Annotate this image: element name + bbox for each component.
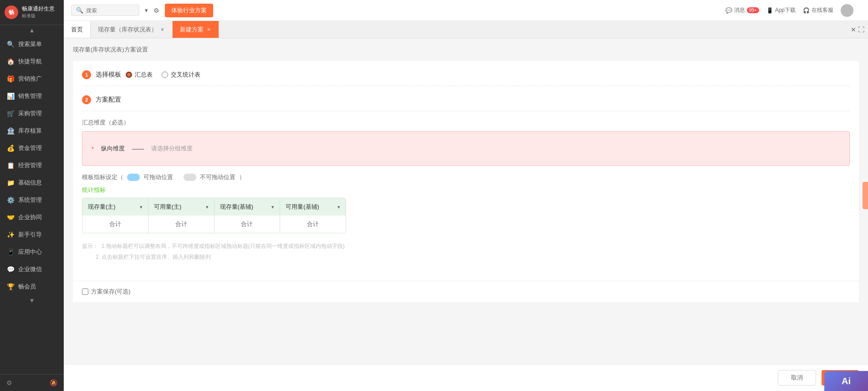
- msg-badge: 99+: [747, 7, 759, 13]
- dimension-box[interactable]: * 纵向维度 —— 请选择分组维度: [82, 131, 850, 166]
- settings-bottom-btn[interactable]: ⚙: [6, 379, 12, 386]
- wechat-icon: 💬: [6, 265, 15, 273]
- dimension-vertical-label: 纵向维度: [101, 144, 125, 153]
- sidebar-scroll-up[interactable]: ▲: [0, 25, 64, 36]
- page-title: 现存量(库存状况表)方案设置: [73, 46, 859, 54]
- sidebar-item-contract[interactable]: 🤝 企业协同: [0, 209, 64, 226]
- main-area: 🔍 ▾ ⚙ 体验行业方案 💬 消息 99+ 📱 App下载 🎧 在线客服: [64, 0, 868, 391]
- radio-cross[interactable]: 交叉统计表: [162, 71, 200, 79]
- topbar-service[interactable]: 🎧 在线客服: [803, 6, 833, 14]
- stats-col-header-2[interactable]: 现存量(基辅) ▾: [214, 198, 281, 216]
- tabbar-window-close-btn[interactable]: ✕: [851, 26, 856, 33]
- step2-badge: 2: [82, 95, 91, 104]
- stats-col-header-0-label: 现存量(主): [88, 203, 116, 211]
- stats-body-col-3: 合计: [280, 216, 346, 233]
- ai-badge[interactable]: Ai: [824, 371, 868, 391]
- search-input[interactable]: [86, 7, 132, 14]
- indicator-settings-suffix: ）: [239, 173, 245, 181]
- app-icon: 📱: [766, 7, 773, 14]
- sidebar-item-wechat[interactable]: 💬 企业微信: [0, 261, 64, 278]
- msg-label: 消息: [734, 6, 745, 14]
- radio-summary[interactable]: 汇总表: [126, 71, 153, 79]
- stats-col-header-3[interactable]: 可用量(基辅) ▾: [280, 198, 346, 216]
- topbar-right: 💬 消息 99+ 📱 App下载 🎧 在线客服: [725, 4, 861, 17]
- trial-button[interactable]: 体验行业方案: [165, 4, 213, 17]
- tab-home[interactable]: 首页: [64, 21, 91, 38]
- indicator-settings-label: 模板指标设定（ 可拖动位置 不可拖动位置 ）: [82, 173, 850, 181]
- service-label: 在线客服: [812, 6, 833, 14]
- stats-col-header-3-dropdown[interactable]: ▾: [337, 204, 340, 210]
- stats-col-header-1-dropdown[interactable]: ▾: [206, 204, 209, 210]
- guide-icon: ✨: [6, 231, 15, 239]
- sidebar-item-finance[interactable]: 💰 资金管理: [0, 139, 64, 157]
- mute-bottom-btn[interactable]: 🔕: [50, 379, 57, 386]
- right-handle[interactable]: [863, 182, 868, 209]
- step1-title: 选择模板: [96, 71, 121, 79]
- sidebar-item-app-center[interactable]: 📱 应用中心: [0, 243, 64, 261]
- tab-home-label: 首页: [71, 26, 83, 34]
- tab-new-scheme-close-btn[interactable]: ×: [206, 26, 211, 33]
- dimension-divider-line: ——: [132, 145, 144, 152]
- topbar-dropdown-btn[interactable]: ▾: [145, 7, 148, 14]
- sidebar-item-system-label: 系统管理: [18, 196, 42, 204]
- tip2: 2. 点击标题栏下拉可设置排序、插入列和删除列: [82, 252, 850, 262]
- sidebar-item-member[interactable]: 🏆 畅会员: [0, 278, 64, 295]
- tab-new-scheme[interactable]: 新建方案 ×: [173, 21, 219, 38]
- stats-col-header-1[interactable]: 可用量(主) ▾: [148, 198, 214, 216]
- sidebar-item-wechat-label: 企业微信: [18, 265, 42, 273]
- topbar-search-box[interactable]: 🔍: [71, 5, 139, 16]
- step1-divider: [82, 86, 850, 86]
- sidebar-item-operation[interactable]: 📋 经营管理: [0, 157, 64, 174]
- topbar-app-download[interactable]: 📱 App下载: [766, 6, 796, 14]
- stats-table-header: 现存量(主) ▾ 可用量(主) ▾ 现存量(基辅) ▾: [82, 198, 346, 216]
- stats-col-header-2-dropdown[interactable]: ▾: [271, 204, 274, 210]
- tab-inventory-close-btn[interactable]: ×: [160, 26, 165, 33]
- tab-inventory-status[interactable]: 现存量（库存状况表） ×: [91, 21, 173, 38]
- operation-icon: 📋: [6, 161, 15, 170]
- stats-col-header-3-label: 可用量(基辅): [286, 203, 319, 211]
- sidebar-logo: 畅 畅康通好生意 标准版: [0, 0, 64, 25]
- finance-icon: 💰: [6, 144, 15, 152]
- stats-col-header-0[interactable]: 现存量(主) ▾: [82, 198, 148, 216]
- sidebar-item-contract-label: 企业协同: [18, 213, 42, 221]
- sidebar-bottom: ⚙ 🔕: [0, 374, 64, 391]
- marketing-icon: 🎁: [6, 75, 15, 83]
- sidebar-item-inventory[interactable]: 🏦 库存核算: [0, 122, 64, 139]
- sidebar-item-marketing[interactable]: 🎁 营销推广: [0, 70, 64, 87]
- action-bar: 取消 查询: [64, 364, 868, 391]
- logo-text: 畅康通好生意: [22, 5, 55, 13]
- sidebar-item-search-menu[interactable]: 🔍 搜索菜单: [0, 36, 64, 53]
- radio-summary-input[interactable]: [126, 72, 132, 78]
- tip1: 提示： 1.拖动标题栏可以调整布局，不可跨维度或指标区域拖动标题(只能在同一维度…: [82, 241, 850, 252]
- sidebar-item-guide[interactable]: ✨ 新手引导: [0, 226, 64, 243]
- stats-body-col-0: 合计: [82, 216, 148, 233]
- msg-icon: 💬: [725, 7, 732, 14]
- sidebar-item-basic-info[interactable]: 📁 基础信息: [0, 174, 64, 191]
- stats-table-body: 合计 合计 合计 合计: [82, 216, 346, 233]
- member-icon: 🏆: [6, 283, 15, 291]
- radio-cross-input[interactable]: [162, 72, 168, 78]
- sidebar-item-purchase[interactable]: 🛒 采购管理: [0, 105, 64, 122]
- tabbar-expand-btn[interactable]: ⛶: [858, 26, 864, 33]
- stats-section-label: 统计指标: [82, 186, 850, 194]
- sidebar-item-quick-nav[interactable]: 🏠 快捷导航: [0, 53, 64, 70]
- sidebar-item-basic-info-label: 基础信息: [18, 179, 42, 187]
- sidebar-item-guide-label: 新手引导: [18, 231, 42, 239]
- quick-nav-icon: 🏠: [6, 57, 15, 66]
- sidebar-item-app-center-label: 应用中心: [18, 248, 42, 256]
- template-radio-group: 汇总表 交叉统计表: [126, 71, 200, 79]
- stats-table: 现存量(主) ▾ 可用量(主) ▾ 现存量(基辅) ▾: [82, 198, 346, 233]
- dimension-placeholder[interactable]: 请选择分组维度: [151, 144, 193, 153]
- save-checkbox-label[interactable]: 方案保存(可选): [82, 288, 850, 296]
- save-checkbox[interactable]: [82, 288, 88, 295]
- form-footer: 方案保存(可选): [73, 281, 859, 302]
- step2-divider: [82, 111, 850, 111]
- sidebar-item-system[interactable]: ⚙️ 系统管理: [0, 191, 64, 209]
- stats-col-header-0-dropdown[interactable]: ▾: [140, 204, 143, 210]
- sidebar-item-sales[interactable]: 📊 销售管理: [0, 87, 64, 105]
- cancel-button[interactable]: 取消: [778, 370, 816, 386]
- topbar-msg[interactable]: 💬 消息 99+: [725, 6, 759, 14]
- topbar-gear-btn[interactable]: ⚙: [153, 7, 159, 14]
- search-icon: 🔍: [76, 7, 83, 14]
- sidebar-scroll-down[interactable]: ▼: [0, 295, 64, 306]
